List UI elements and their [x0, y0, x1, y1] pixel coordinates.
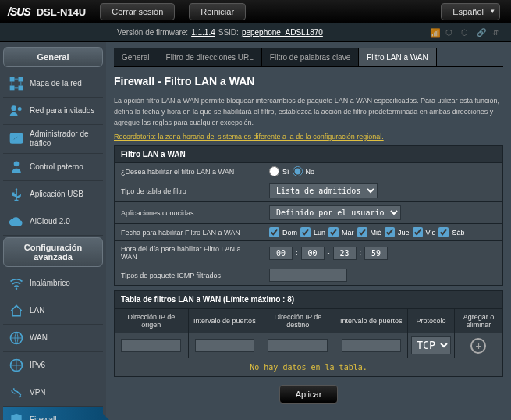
col-src-ports: Intervalo de puertos [188, 309, 261, 333]
enable-no[interactable]: No [293, 166, 315, 176]
sidebar-item-ipv6[interactable]: IPv6 [3, 352, 103, 379]
sidebar-item-label: IPv6 [30, 361, 45, 370]
row-enable: ¿Desea habilitar el filtro LAN a WAN Sí … [114, 163, 503, 180]
svg-rect-3 [19, 86, 23, 91]
wireless-icon [8, 275, 25, 292]
page-title: Firewall - Filtro LAN a WAN [114, 75, 503, 87]
sidebar-item-network-map[interactable]: Mapa de la red [3, 70, 103, 98]
sidebar-item-label: Firewall [30, 415, 56, 420]
model-name: DSL-N14U [37, 6, 87, 18]
sidebar-item-vpn[interactable]: VPN [3, 379, 103, 407]
vpn-icon [8, 384, 25, 401]
ipv6-icon [8, 357, 25, 374]
day-sab[interactable]: Sáb [438, 227, 464, 237]
language-select[interactable]: Español [441, 3, 500, 20]
sidebar-item-label: Red para invitados [30, 106, 94, 116]
row-time: Hora del día para habilitar Filtro LAN a… [114, 241, 503, 265]
top-bar: /SUS DSL-N14U Cerrar sesión Reiniciar Es… [0, 0, 511, 23]
enable-yes[interactable]: Sí [269, 166, 289, 176]
network-map-icon [8, 75, 25, 92]
sidebar-item-label: WAN [30, 333, 48, 343]
sidebar-item-wireless[interactable]: Inalámbrico [3, 270, 103, 297]
timezone-reminder-link[interactable]: Recordatorio: la zona horaria del sistem… [114, 133, 503, 141]
row-table-type: Tipo de tabla de filtro Lista de admitid… [114, 180, 503, 202]
sidebar-item-wan[interactable]: WAN [3, 325, 103, 352]
firmware-label: Versión de firmware: [117, 28, 188, 37]
apply-button[interactable]: Aplicar [279, 385, 339, 404]
table-input-row: TCP + [115, 333, 503, 358]
sidebar: General Mapa de la red Red para invitado… [0, 42, 106, 420]
sidebar-item-label: LAN [30, 306, 44, 315]
time-h1[interactable] [269, 247, 293, 260]
usb-icon [492, 28, 503, 37]
filter-table: Dirección IP de origen Intervalo de puer… [114, 308, 503, 358]
sidebar-item-firewall[interactable]: Firewall [3, 407, 103, 420]
sidebar-item-label: Inalámbrico [30, 279, 70, 288]
sidebar-section-general: General [3, 47, 103, 67]
tab-url-filter[interactable]: Filtro de direcciones URL [158, 48, 262, 66]
link-icon [477, 28, 488, 37]
date-label: Fecha para habilitar Filtro LAN a WAN [115, 225, 263, 240]
wan-icon [8, 329, 25, 347]
enable-label: ¿Desea habilitar el filtro LAN a WAN [115, 164, 263, 180]
day-mar[interactable]: Mar [328, 227, 354, 237]
globe2-icon [461, 28, 472, 37]
tab-lan-wan-filter[interactable]: Filtro LAN a WAN [359, 48, 437, 66]
day-lun[interactable]: Lun [300, 227, 325, 237]
col-dst-ip: Dirección IP de destino [261, 309, 335, 333]
svg-point-7 [14, 162, 20, 167]
day-jue[interactable]: Jue [385, 227, 410, 237]
sidebar-item-aicloud[interactable]: AiCloud 2.0 [3, 208, 103, 236]
sidebar-item-label: Mapa de la red [30, 79, 82, 88]
guest-icon [8, 102, 25, 119]
reboot-button[interactable]: Reiniciar [189, 3, 246, 20]
day-vie[interactable]: Vie [413, 227, 436, 237]
src-port-input[interactable] [195, 339, 254, 352]
col-src-ip: Dirección IP de origen [115, 309, 189, 333]
logout-button[interactable]: Cerrar sesión [100, 3, 175, 20]
day-mie[interactable]: Mié [357, 227, 382, 237]
col-dst-ports: Intervalo de puertos [335, 309, 407, 333]
icmp-label: Tipos de paquete ICMP filtrados [115, 268, 263, 283]
sidebar-item-guest[interactable]: Red para invitados [3, 98, 103, 125]
apps-select[interactable]: Definido por el usuario [269, 205, 401, 220]
wifi-icon [430, 28, 441, 37]
svg-point-5 [18, 107, 22, 111]
svg-point-4 [11, 105, 16, 111]
table-header: Tabla de filtros LAN a WAN (Límite máxim… [114, 290, 503, 308]
time-m1[interactable] [301, 247, 325, 260]
sidebar-item-parental[interactable]: Control paterno [3, 154, 103, 181]
time-label: Hora del día para habilitar Filtro LAN a… [115, 241, 263, 265]
info-bar: Versión de firmware: 1.1.1.4 SSID: pepep… [0, 23, 511, 42]
tab-keyword-filter[interactable]: Filtro de palabras clave [262, 48, 359, 66]
icmp-input[interactable] [269, 269, 347, 282]
dst-port-input[interactable] [342, 339, 401, 352]
time-m2[interactable] [364, 247, 388, 260]
ssid-link[interactable]: pepephone_ADSL1870 [242, 28, 323, 37]
row-apps: Aplicaciones conocidas Definido por el u… [114, 202, 503, 224]
dst-ip-input[interactable] [268, 339, 328, 352]
sidebar-item-traffic[interactable]: Administrador de tráfico [3, 125, 103, 154]
sidebar-item-usb[interactable]: Aplicación USB [3, 181, 103, 208]
table-type-label: Tipo de tabla de filtro [115, 183, 263, 199]
tab-general[interactable]: General [114, 48, 158, 66]
day-dom[interactable]: Dom [269, 227, 297, 237]
src-ip-input[interactable] [121, 339, 181, 352]
usb-app-icon [8, 186, 25, 203]
row-icmp: Tipos de paquete ICMP filtrados [114, 265, 503, 286]
add-row-button[interactable]: + [470, 338, 486, 354]
globe-icon [445, 28, 456, 37]
sidebar-item-lan[interactable]: LAN [3, 297, 103, 325]
content-area: General Filtro de direcciones URL Filtro… [106, 42, 511, 420]
protocol-select[interactable]: TCP [411, 336, 451, 354]
table-type-select[interactable]: Lista de admitidos [269, 183, 378, 198]
sidebar-item-label: VPN [30, 388, 46, 397]
svg-rect-2 [10, 86, 15, 91]
firmware-link[interactable]: 1.1.1.4 [191, 28, 215, 37]
apps-label: Aplicaciones conocidas [115, 205, 263, 221]
section-header: Filtro LAN a WAN [114, 145, 503, 163]
no-data-message: No hay datos en la tabla. [114, 358, 503, 377]
time-h2[interactable] [333, 247, 357, 260]
status-icons [430, 28, 503, 37]
svg-point-8 [16, 287, 18, 290]
